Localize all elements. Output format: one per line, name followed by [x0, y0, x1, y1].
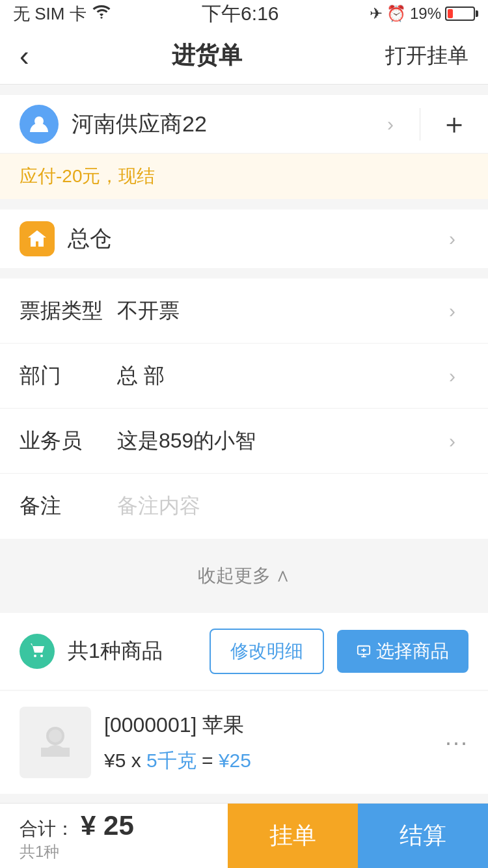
- battery-label: 19%: [410, 5, 441, 23]
- total-count: 共1种: [20, 841, 208, 862]
- warehouse-chevron-icon: ›: [449, 228, 455, 250]
- alarm-icon: ⏰: [386, 5, 406, 23]
- select-product-button[interactable]: 选择商品: [337, 630, 468, 673]
- collapse-button[interactable]: 收起更多 ∧: [0, 549, 488, 603]
- svg-point-2: [40, 655, 43, 657]
- bottom-bar: 合计： ¥ 25 共1种 挂单 结算: [0, 803, 488, 868]
- dept-row[interactable]: 部门 总 部 ›: [0, 344, 488, 409]
- unit-price: ¥5 x: [104, 750, 146, 771]
- page-title: 进货单: [172, 40, 242, 72]
- remark-label: 备注: [20, 492, 111, 521]
- supplier-divider: [420, 108, 420, 141]
- supplier-chevron-icon: ›: [387, 113, 394, 135]
- staff-label: 业务员: [20, 427, 111, 455]
- invoice-chevron-icon: ›: [449, 300, 455, 322]
- dept-value: 总 部: [111, 362, 449, 390]
- select-product-label: 选择商品: [376, 639, 449, 664]
- open-hang-button[interactable]: 打开挂单: [385, 42, 468, 70]
- dept-chevron-icon: ›: [449, 365, 455, 387]
- invoice-row[interactable]: 票据类型 不开票 ›: [0, 278, 488, 344]
- main-content: 河南供应商22 › ＋ 应付-20元，现结 总仓 › 票据类型 不开票 › 部门…: [0, 85, 488, 868]
- form-card: 票据类型 不开票 › 部门 总 部 › 业务员 这是859的小智 › 备注 备注…: [0, 278, 488, 539]
- quantity: 5千克: [146, 750, 197, 771]
- total-label: 合计：: [20, 817, 74, 841]
- supplier-avatar: [20, 105, 59, 144]
- products-header: 共1种商品 修改明细 选择商品: [0, 613, 488, 690]
- supplier-card: 河南供应商22 › ＋ 应付-20元，现结: [0, 85, 488, 199]
- remark-row[interactable]: 备注 备注内容: [0, 474, 488, 539]
- invoice-label: 票据类型: [20, 297, 111, 325]
- product-thumbnail: [20, 707, 91, 778]
- status-bar: 无 SIM 卡 下午6:16 ✈ ⏰ 19%: [0, 0, 488, 27]
- carrier-label: 无 SIM 卡: [13, 3, 87, 25]
- total-row: 合计： ¥ 25: [20, 810, 208, 841]
- add-supplier-button[interactable]: ＋: [440, 105, 468, 143]
- person-icon: [27, 113, 51, 136]
- total-amount: ¥ 25: [81, 810, 134, 841]
- warehouse-card[interactable]: 总仓 ›: [0, 210, 488, 268]
- total-section: 合计： ¥ 25 共1种: [0, 810, 228, 862]
- supplier-notice: 应付-20元，现结: [0, 154, 488, 199]
- invoice-value: 不开票: [111, 297, 449, 325]
- status-right: ✈ ⏰ 19%: [370, 5, 475, 23]
- products-icon: [20, 634, 55, 669]
- svg-point-7: [49, 729, 62, 742]
- equals: =: [202, 750, 219, 771]
- status-left: 无 SIM 卡: [13, 3, 111, 25]
- supplier-row[interactable]: 河南供应商22 › ＋: [0, 95, 488, 154]
- product-title: 苹果: [202, 713, 244, 737]
- product-code: [0000001]: [104, 713, 202, 737]
- staff-chevron-icon: ›: [449, 430, 455, 452]
- svg-point-1: [34, 655, 36, 657]
- svg-rect-8: [41, 748, 70, 757]
- warehouse-row[interactable]: 总仓 ›: [0, 210, 488, 268]
- hang-order-button[interactable]: 挂单: [228, 804, 358, 869]
- status-time: 下午6:16: [202, 1, 278, 27]
- product-more-button[interactable]: ···: [445, 729, 468, 756]
- home-icon: [27, 228, 47, 249]
- warehouse-icon: [20, 221, 55, 256]
- select-product-icon: [357, 644, 371, 658]
- subtotal: ¥25: [219, 750, 251, 771]
- edit-detail-button[interactable]: 修改明细: [210, 629, 324, 674]
- warehouse-name: 总仓: [68, 224, 449, 254]
- product-price: ¥5 x 5千克 = ¥25: [104, 748, 432, 774]
- product-thumb-icon: [36, 723, 75, 762]
- nav-bar: ‹ 进货单 打开挂单: [0, 27, 488, 85]
- staff-row[interactable]: 业务员 这是859的小智 ›: [0, 409, 488, 474]
- staff-value: 这是859的小智: [111, 427, 449, 455]
- cart-icon: [27, 642, 47, 661]
- location-icon: ✈: [370, 5, 383, 23]
- products-count: 共1种商品: [68, 637, 197, 666]
- dept-label: 部门: [20, 362, 111, 390]
- remark-placeholder: 备注内容: [111, 492, 468, 521]
- wifi-icon: [92, 4, 111, 24]
- product-info: [0000001] 苹果 ¥5 x 5千克 = ¥25: [104, 711, 432, 774]
- battery-icon: [445, 7, 475, 21]
- product-name: [0000001] 苹果: [104, 711, 432, 740]
- back-button[interactable]: ‹: [20, 42, 29, 70]
- product-item: [0000001] 苹果 ¥5 x 5千克 = ¥25 ···: [0, 691, 488, 794]
- supplier-name: 河南供应商22: [72, 109, 387, 139]
- checkout-button[interactable]: 结算: [358, 804, 488, 869]
